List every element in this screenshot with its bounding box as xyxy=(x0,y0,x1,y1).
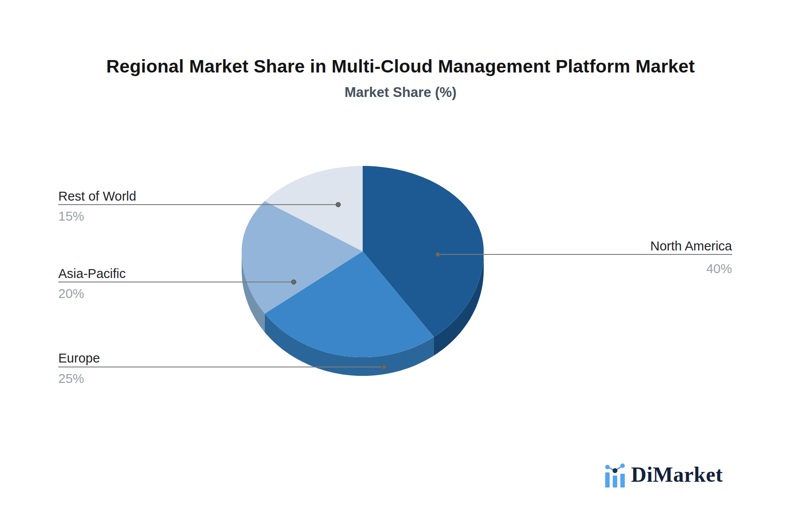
pct-group-europe: 25% xyxy=(58,372,84,385)
label-group-north-america: North America xyxy=(650,239,732,253)
chart-page: Regional Market Share in Multi-Cloud Man… xyxy=(0,0,801,532)
pct-group-asia-pacific: 20% xyxy=(58,287,84,300)
slice-label-rest-of-world: Rest of World xyxy=(58,189,136,203)
slice-pct-rest-of-world: 15% xyxy=(58,210,84,223)
label-group-asia-pacific: Asia-Pacific xyxy=(58,267,126,280)
slice-label-asia-pacific: Asia-Pacific xyxy=(58,267,126,280)
leader-dot-europe xyxy=(382,365,386,369)
leader-dot-north-america xyxy=(436,252,440,257)
slice-pct-north-america: 40% xyxy=(706,262,732,275)
leader-dot-rest-of-world xyxy=(336,202,340,207)
bar-chart-with-trend-dots-icon xyxy=(604,462,626,488)
pct-group-north-america: 40% xyxy=(706,262,732,275)
pct-group-rest-of-world: 15% xyxy=(58,210,84,223)
label-group-europe: Europe xyxy=(58,351,100,365)
slice-pct-asia-pacific: 20% xyxy=(58,287,84,300)
brand-logo-text: DiMarket xyxy=(631,462,723,488)
slice-label-europe: Europe xyxy=(58,351,100,365)
pie-chart-canvas[interactable] xyxy=(0,0,801,532)
leader-dot-asia-pacific xyxy=(291,280,296,284)
label-group-rest-of-world: Rest of World xyxy=(58,189,136,203)
slice-label-north-america: North America xyxy=(650,239,732,253)
slice-pct-europe: 25% xyxy=(58,372,84,385)
brand-logo: DiMarket xyxy=(604,462,723,488)
